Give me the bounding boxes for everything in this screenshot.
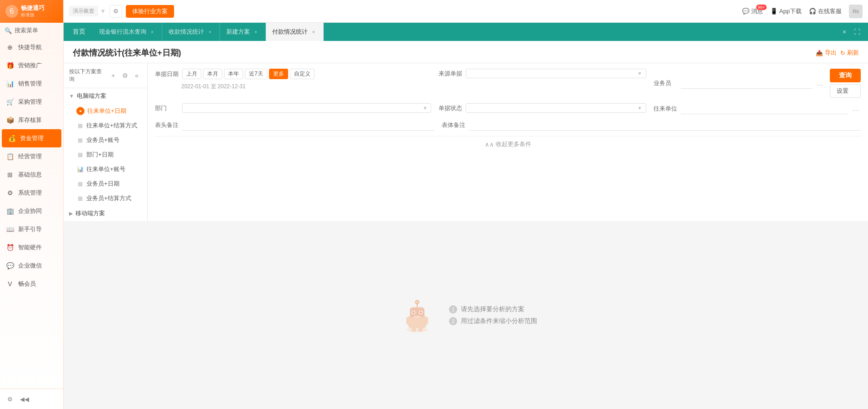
source-filter-item: 来源单据 ▼ (439, 69, 646, 78)
sidebar-item-system[interactable]: ⚙ 系统管理 (0, 184, 63, 202)
svg-point-5 (413, 311, 414, 313)
scheme-item-4[interactable]: 📊 往来单位+账号 (64, 162, 147, 177)
tab-new-scheme-close[interactable]: × (253, 29, 259, 35)
sidebar-item-marketing[interactable]: 🎁 营销推广 (0, 56, 63, 75)
sidebar-item-guide[interactable]: 📖 新手引导 (0, 220, 63, 238)
trial-button[interactable]: 体验行业方案 (126, 5, 174, 18)
desktop-group-header[interactable]: ▼ 电脑端方案 (64, 88, 147, 104)
tab-receipts[interactable]: 收款情况统计 × (162, 23, 220, 41)
svg-rect-9 (425, 317, 428, 324)
tab-new-scheme[interactable]: 新建方案 × (220, 23, 266, 41)
sidebar-settings-button[interactable]: ⚙ (4, 393, 16, 405)
staff-input[interactable] (681, 78, 812, 89)
right-filter: 单据日期 上月 本月 本年 近7天 更多 自定义 2022-01-01 至 20… (148, 63, 868, 221)
scheme-item-2[interactable]: ▦ 业务员+账号 (64, 133, 147, 147)
base-info-label: 基础信息 (18, 171, 42, 179)
notification-badge: 99+ (756, 5, 767, 10)
sidebar-item-wechat[interactable]: 💬 企业微信 (0, 257, 63, 275)
sidebar-item-operations[interactable]: 📋 经营管理 (0, 147, 63, 166)
counterpart-input[interactable] (681, 103, 848, 114)
add-scheme-button[interactable]: + (108, 71, 118, 81)
svg-rect-8 (406, 317, 409, 324)
refresh-button[interactable]: ↻ 刷新 (840, 49, 859, 57)
app-download-label: App下载 (779, 7, 802, 15)
wechat-icon: 💬 (5, 261, 15, 270)
query-button[interactable]: 查询 (830, 69, 861, 82)
operations-label: 经营管理 (18, 152, 42, 161)
left-panel-title: 按以下方案查询 (69, 68, 106, 83)
sidebar-collapse-button[interactable]: ◀◀ (18, 393, 31, 405)
desktop-group-label: 电脑端方案 (77, 92, 106, 100)
sidebar-item-capital[interactable]: 💰 资金管理 (2, 129, 61, 147)
header-note-input[interactable] (182, 120, 434, 131)
tab-maximize-button[interactable]: ⛶ (852, 26, 863, 37)
scheme-item-0[interactable]: ● 往来单位+日期 (64, 104, 147, 118)
messages-button[interactable]: 💬 消息 99+ (742, 7, 763, 15)
tab-receipts-close[interactable]: × (207, 29, 213, 35)
system-label: 系统管理 (18, 189, 42, 197)
sidebar-item-member[interactable]: V 畅会员 (0, 275, 63, 293)
date-btn-this-year[interactable]: 本年 (224, 69, 243, 79)
setting-button[interactable]: 设置 (830, 84, 861, 98)
tab-home[interactable]: 首页 (65, 23, 93, 41)
date-btn-7days[interactable]: 近7天 (245, 69, 267, 79)
date-btn-this-month[interactable]: 本月 (203, 69, 222, 79)
date-btn-more[interactable]: 更多 (269, 69, 288, 79)
docstatus-select[interactable]: ▼ (466, 103, 646, 113)
header-settings-button[interactable]: ⚙ (110, 5, 122, 18)
app-download-button[interactable]: 📱 App下载 (770, 7, 802, 15)
export-label: 导出 (825, 49, 837, 57)
scheme-item-6[interactable]: ▦ 业务员+结算方式 (64, 191, 147, 206)
sidebar-item-purchase[interactable]: 🛒 采购管理 (0, 93, 63, 111)
collapse-conditions-button[interactable]: ∧∧ 收起更多条件 (155, 136, 861, 152)
export-button[interactable]: 📤 导出 (816, 49, 837, 57)
scheme-item-1[interactable]: ▦ 往来单位+结算方式 (64, 118, 147, 133)
panel-collapse-button[interactable]: « (132, 71, 142, 81)
dept-filter-item: 部门 ▼ (155, 103, 431, 113)
tab-cashflow[interactable]: 现金银行流水查询 × (93, 23, 162, 41)
source-select[interactable]: ▼ (466, 69, 646, 78)
smart-hw-icon: ⏰ (5, 243, 15, 252)
online-service-button[interactable]: 🎧 在线客服 (809, 7, 842, 15)
tip-num-2: 2 (449, 317, 457, 325)
mobile-group-header[interactable]: ▶ 移动端方案 (64, 206, 147, 221)
sidebar-item-inventory[interactable]: 📦 库存核算 (0, 111, 63, 129)
date-btn-last-month[interactable]: 上月 (182, 69, 201, 79)
tab-restore-button[interactable]: × (839, 26, 850, 37)
tab-payments-label: 付款情况统计 (272, 28, 308, 36)
body-note-input[interactable] (469, 120, 861, 131)
staff-dots-button[interactable]: … (815, 79, 824, 88)
search-menu[interactable]: 🔍 搜索菜单 (0, 23, 63, 38)
service-icon: 🎧 (809, 8, 816, 15)
svg-rect-11 (418, 328, 423, 332)
scheme-item-5[interactable]: ▦ 业务员+日期 (64, 177, 147, 191)
header-note-item: 表头备注 (155, 120, 434, 131)
marketing-label: 营销推广 (18, 61, 42, 70)
sidebar-item-base-info[interactable]: ⊞ 基础信息 (0, 166, 63, 184)
date-btn-custom[interactable]: 自定义 (290, 69, 314, 79)
collapse-label: 收起更多条件 (496, 140, 531, 148)
filter-row-3: 表头备注 表体备注 (155, 120, 861, 131)
logo-icon: 6 (5, 5, 18, 18)
tab-payments[interactable]: 付款情况统计 × (266, 23, 324, 41)
quick-nav-label: 快捷导航 (18, 43, 42, 51)
quick-nav-icon: ⊕ (5, 43, 15, 52)
sidebar-item-smart-hw[interactable]: ⏰ 智能硬件 (0, 238, 63, 257)
svg-rect-10 (412, 328, 416, 332)
scheme-settings-button[interactable]: ⚙ (120, 71, 130, 81)
sidebar-item-enterprise[interactable]: 🏢 企业协同 (0, 202, 63, 220)
sidebar-item-quick-nav[interactable]: ⊕ 快捷导航 (0, 38, 63, 56)
dept-select[interactable]: ▼ (182, 103, 431, 113)
filter-row-1: 单据日期 上月 本月 本年 近7天 更多 自定义 2022-01-01 至 20… (155, 69, 861, 98)
enterprise-label: 企业协同 (18, 207, 42, 215)
refresh-label: 刷新 (847, 49, 859, 57)
scheme-icon-6: ▦ (76, 195, 84, 202)
tab-cashflow-close[interactable]: × (149, 29, 155, 35)
sidebar-item-sales[interactable]: 📊 销售管理 (0, 75, 63, 93)
tab-payments-close[interactable]: × (310, 29, 317, 35)
date-filter-item: 单据日期 上月 本月 本年 近7天 更多 自定义 2022-01-01 至 20… (155, 69, 431, 91)
counterpart-dots-button[interactable]: … (852, 104, 861, 113)
scheme-item-3[interactable]: ▦ 部门+日期 (64, 147, 147, 162)
svg-rect-7 (414, 316, 421, 317)
avatar[interactable]: Rit (849, 5, 863, 18)
